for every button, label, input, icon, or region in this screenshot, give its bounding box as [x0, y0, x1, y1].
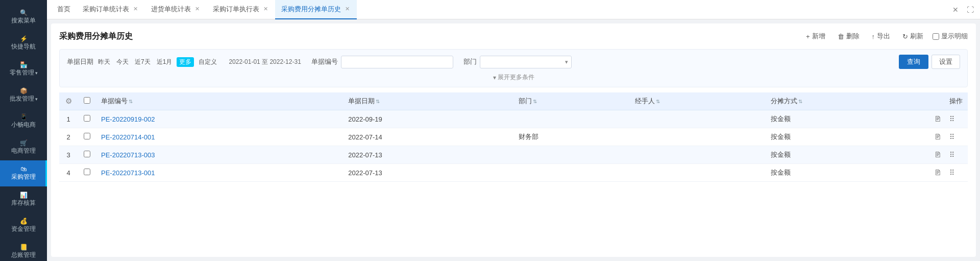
tab-purchase-fee-history-close[interactable]: ✕ — [344, 5, 351, 13]
row-code-link[interactable]: PE-20220713-003 — [101, 151, 155, 159]
shortcut-7days[interactable]: 近7天 — [133, 57, 152, 67]
tab-purchase-order-stat[interactable]: 采购订单统计表 ✕ — [77, 0, 145, 19]
search-icon: 🔍 — [2, 9, 45, 16]
sidebar-item-ecommerce[interactable]: 🛒 电商管理 — [0, 134, 47, 160]
shortcut-1month[interactable]: 近1月 — [155, 57, 174, 67]
row-code-link[interactable]: PE-20220713-001 — [101, 169, 155, 177]
row-checkbox[interactable] — [78, 110, 96, 128]
row-handler — [630, 110, 766, 128]
date-filter-label: 单据日期 — [67, 57, 93, 66]
select-all-checkbox[interactable] — [84, 97, 90, 104]
delete-button[interactable]: 🗑 删除 — [835, 30, 863, 43]
view-button[interactable]: 🖹 — [932, 168, 943, 178]
shortcut-custom[interactable]: 自定义 — [197, 57, 218, 67]
sidebar-item-inventory[interactable]: 📊 库存核算 — [0, 186, 47, 212]
handler-sort-icon[interactable]: ⇅ — [656, 99, 660, 104]
tab-close-all-icon[interactable]: ✕ — [950, 5, 961, 15]
tab-home[interactable]: 首页 — [51, 0, 77, 19]
row-date: 2022-07-13 — [343, 146, 513, 164]
row-ops: 🖹 ⠿ — [927, 110, 968, 128]
ecommerce-icon: 🛒 — [2, 139, 45, 147]
view-button[interactable]: 🖹 — [932, 114, 943, 124]
date-range-display: 2022-01-01 至 2022-12-31 — [229, 58, 301, 66]
row-checkbox[interactable] — [78, 164, 96, 182]
table-row: 1 PE-20220919-002 2022-09-19 按金额 🖹 ⠿ — [59, 110, 968, 128]
sidebar-item-search[interactable]: 🔍 搜索菜单 — [0, 4, 47, 30]
chevron-down-icon: ▾ — [493, 74, 496, 81]
table-row: 4 PE-20220713-001 2022-07-13 按金额 🖹 ⠿ — [59, 164, 968, 182]
row-checkbox[interactable] — [78, 128, 96, 146]
wholesale-icon: 📦 — [2, 87, 45, 94]
row-date: 2022-07-14 — [343, 128, 513, 146]
sidebar-item-shortcut[interactable]: ⚡ 快捷导航 — [0, 30, 47, 56]
tab-purchase-order-exec-close[interactable]: ✕ — [262, 5, 269, 13]
more-button[interactable]: ⠿ — [947, 132, 957, 142]
row-select[interactable] — [84, 169, 90, 175]
date-sort-icon[interactable]: ⇅ — [376, 99, 380, 104]
shortcut-today[interactable]: 今天 — [115, 57, 130, 67]
refresh-button[interactable]: ↻ 刷新 — [899, 30, 926, 43]
shortcut-more[interactable]: 更多 — [177, 57, 194, 67]
method-sort-icon[interactable]: ⇅ — [798, 99, 802, 104]
sidebar-item-retail[interactable]: 🏪 零售管理▾ — [0, 56, 47, 82]
ledger-icon: 📒 — [2, 244, 45, 251]
sidebar-item-wholesale[interactable]: 📦 批发管理▾ — [0, 82, 47, 108]
expand-button[interactable]: ▾ 展开更多条件 — [493, 73, 534, 82]
row-select[interactable] — [84, 151, 90, 157]
dept-select-wrapper — [480, 56, 572, 68]
sidebar-item-wechat[interactable]: 📱 小畅电商 — [0, 108, 47, 134]
code-filter-input[interactable] — [341, 56, 453, 68]
inventory-icon: 📊 — [2, 192, 45, 199]
sidebar-item-label: 零售管理▾ — [2, 68, 45, 77]
row-code-link[interactable]: PE-20220919-002 — [101, 115, 155, 123]
row-select[interactable] — [84, 133, 90, 139]
query-button[interactable]: 查询 — [899, 55, 928, 69]
row-code-link[interactable]: PE-20220714-001 — [101, 133, 155, 141]
row-date: 2022-07-13 — [343, 164, 513, 182]
dept-filter-select[interactable] — [480, 56, 572, 68]
sidebar-item-purchase[interactable]: 🛍 采购管理 — [0, 160, 47, 186]
view-button[interactable]: 🖹 — [932, 132, 943, 142]
tab-expand-icon[interactable]: ⛶ — [965, 5, 976, 15]
filter-area: 单据日期 昨天 今天 近7天 近1月 更多 自定义 2022-01-01 至 2… — [59, 49, 968, 87]
tab-inbound-stat-close[interactable]: ✕ — [194, 5, 201, 13]
view-button[interactable]: 🖹 — [932, 150, 943, 160]
dept-sort-icon[interactable]: ⇅ — [533, 99, 537, 104]
more-button[interactable]: ⠿ — [947, 114, 957, 124]
sidebar-item-finance[interactable]: 💰 资金管理 — [0, 212, 47, 239]
show-columns-input[interactable] — [933, 33, 939, 40]
row-checkbox[interactable] — [78, 146, 96, 164]
gear-icon[interactable]: ⚙ — [65, 97, 72, 105]
settings-button[interactable]: 设置 — [932, 55, 960, 69]
export-icon: ↑ — [872, 33, 875, 40]
date-range-item: 2022-01-01 至 2022-12-31 — [229, 58, 301, 66]
tab-inbound-stat[interactable]: 进货单统计表 ✕ — [145, 0, 207, 19]
col-date: 单据日期⇅ — [343, 92, 513, 110]
more-button[interactable]: ⠿ — [947, 150, 957, 160]
row-method: 按金额 — [766, 110, 927, 128]
tab-purchase-fee-history[interactable]: 采购费用分摊单历史 ✕ — [275, 0, 357, 19]
col-ops: 操作 — [927, 92, 968, 110]
code-filter-label: 单据编号 — [311, 57, 338, 66]
tab-purchase-fee-history-label: 采购费用分摊单历史 — [281, 5, 341, 14]
more-button[interactable]: ⠿ — [947, 168, 957, 178]
shortcut-yesterday[interactable]: 昨天 — [96, 57, 112, 67]
col-method: 分摊方式⇅ — [766, 92, 927, 110]
tab-purchase-order-exec[interactable]: 采购订单执行表 ✕ — [207, 0, 275, 19]
sidebar-item-label: 快捷导航 — [2, 42, 45, 51]
table-row: 3 PE-20220713-003 2022-07-13 按金额 🖹 ⠿ — [59, 146, 968, 164]
show-columns-checkbox[interactable]: 显示明细 — [933, 32, 968, 41]
code-sort-icon[interactable]: ⇅ — [129, 99, 133, 104]
add-button[interactable]: + 新增 — [803, 30, 828, 43]
shortcut-icon: ⚡ — [2, 35, 45, 42]
export-button[interactable]: ↑ 导出 — [869, 30, 894, 43]
tab-purchase-order-stat-close[interactable]: ✕ — [132, 5, 139, 13]
sidebar-item-label: 总账管理 — [2, 251, 45, 259]
row-method: 按金额 — [766, 146, 927, 164]
row-code: PE-20220713-003 — [96, 146, 343, 164]
tab-home-label: 首页 — [57, 5, 70, 14]
tab-purchase-order-exec-label: 采购订单执行表 — [213, 5, 259, 14]
tab-purchase-order-stat-label: 采购订单统计表 — [83, 5, 129, 14]
row-select[interactable] — [84, 115, 90, 122]
sidebar-item-ledger[interactable]: 📒 总账管理 — [0, 239, 47, 261]
